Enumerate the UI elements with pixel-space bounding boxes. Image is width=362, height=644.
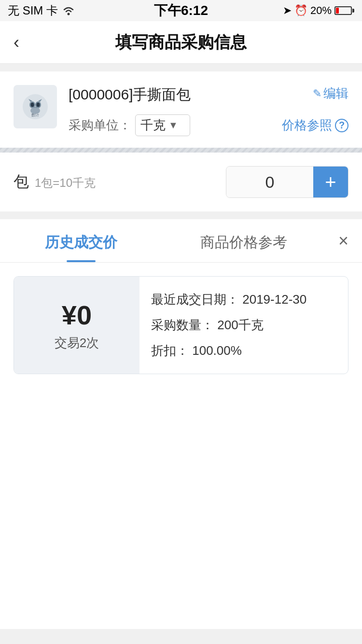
unit-sub-label: 1包=10千克 [35,175,96,191]
quantity-input[interactable]: 0 [226,167,313,197]
back-button[interactable]: ‹ [10,28,23,56]
quantity-unit-label: 包 1包=10千克 [14,171,96,193]
tab-history-label: 历史成交价 [45,234,117,250]
unit-label: 采购单位： [69,117,131,134]
product-info: [0000006]手撕面包 ✎ 编辑 采购单位： 千克 ▼ 价格参照 ? [69,85,348,136]
svg-point-5 [37,103,40,107]
history-card: ¥0 交易2次 最近成交日期： 2019-12-30 采购数量： 200千克 折… [14,276,348,374]
edit-button[interactable]: ✎ 编辑 [313,85,348,102]
tab-bar: 历史成交价 商品价格参考 × [0,219,362,263]
price-number: 0 [77,300,92,330]
edit-icon: ✎ [313,87,321,100]
status-left: 无 SIM 卡 [8,3,75,18]
product-name: [0000006]手撕面包 [69,85,191,105]
discount-value: 100.00% [192,343,242,358]
purchase-qty-row: 采购数量： 200千克 [151,316,336,335]
status-bar: 无 SIM 卡 下午6:12 ➤ ⏰ 20% [0,0,362,21]
product-header: 数计 [0000006]手撕面包 ✎ 编辑 采购单位： 千克 ▼ [14,85,348,136]
battery-icon [334,6,354,15]
recent-date-label: 最近成交日期： [151,292,239,307]
purchase-qty-label: 采购数量： [151,318,214,332]
tab-history-price[interactable]: 历史成交价 [0,219,162,262]
product-name-row: [0000006]手撕面包 ✎ 编辑 [69,85,348,105]
quantity-row: 包 1包=10千克 0 + [0,153,362,211]
history-section: ¥0 交易2次 最近成交日期： 2019-12-30 采购数量： 200千克 折… [0,263,362,388]
purchase-qty-value: 200千克 [217,318,263,332]
discount-row: 折扣： 100.00% [151,341,336,360]
product-card: 数计 [0000006]手撕面包 ✎ 编辑 采购单位： 千克 ▼ [0,71,362,148]
recent-date-row: 最近成交日期： 2019-12-30 [151,290,336,309]
product-thumbnail: 数计 [14,85,57,128]
recent-date-value: 2019-12-30 [242,292,306,307]
quantity-plus-button[interactable]: + [313,167,348,197]
unit-row: 采购单位： 千克 ▼ 价格参照 ? [69,114,348,136]
location-icon: ➤ [283,4,292,17]
nav-bar: ‹ 填写商品采购信息 [0,21,362,64]
currency-symbol: ¥ [62,300,77,330]
quantity-input-group: 0 + [226,166,348,198]
svg-point-4 [31,103,34,107]
status-right: ➤ ⏰ 20% [283,4,354,17]
history-price-value: ¥0 [62,299,92,331]
history-transactions: 交易2次 [55,335,99,351]
page-title: 填写商品采购信息 [115,31,247,54]
svg-point-0 [68,13,70,15]
dropdown-arrow-icon: ▼ [168,120,178,131]
history-card-details: 最近成交日期： 2019-12-30 采购数量： 200千克 折扣： 100.0… [139,277,348,374]
stripe-divider [0,148,362,153]
edit-label: 编辑 [323,85,348,102]
tab-product-reference[interactable]: 商品价格参考 [162,219,324,262]
unit-value: 千克 [140,117,166,134]
unit-select[interactable]: 千克 ▼ [135,114,190,136]
price-ref-label: 价格参照 [282,117,332,134]
battery-percent: 20% [310,4,332,17]
svg-text:数计: 数计 [31,113,39,117]
help-icon: ? [335,119,348,132]
carrier-text: 无 SIM 卡 [8,3,58,18]
tab-active-indicator [67,260,96,262]
wifi-icon [62,5,75,16]
product-logo-icon: 数计 [22,93,49,120]
alarm-icon: ⏰ [294,4,307,17]
tab-reference-label: 商品价格参考 [200,234,287,250]
price-reference-button[interactable]: 价格参照 ? [282,117,348,134]
status-time: 下午6:12 [154,1,208,20]
close-panel-button[interactable]: × [325,221,362,261]
unit-badge: 包 [14,171,29,193]
history-card-price-side: ¥0 交易2次 [14,277,139,374]
discount-label: 折扣： [151,343,189,358]
bottom-area [0,388,362,629]
